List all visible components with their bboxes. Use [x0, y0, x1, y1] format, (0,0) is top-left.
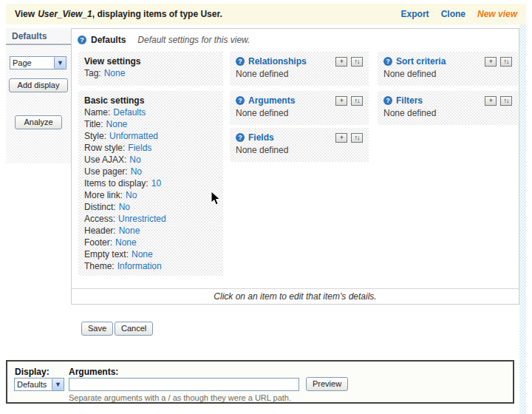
setting-row: Access:Unrestricted [84, 213, 217, 225]
help-icon[interactable]: ? [236, 96, 245, 105]
setting-label: Access: [84, 214, 115, 224]
preview-display-select[interactable]: Defaults ▼ [14, 378, 64, 391]
setting-row: Distinct:No [84, 201, 217, 213]
help-icon[interactable]: ? [236, 133, 245, 142]
fields-box: ? Fields + ↑↓ None defined [230, 128, 369, 162]
setting-value-link[interactable]: 10 [151, 178, 161, 189]
add-display-button[interactable]: Add display [9, 78, 68, 92]
setting-label: Title: [84, 119, 103, 129]
setting-row: Items to display:10 [84, 177, 217, 189]
relationships-title-link[interactable]: Relationships [248, 56, 307, 67]
sort-criteria-empty-text: None defined [383, 69, 512, 79]
setting-row: Tag:None [84, 67, 217, 79]
display-label: Display: [15, 367, 50, 377]
arguments-empty-text: None defined [236, 108, 363, 118]
display-type-select[interactable]: Page ▼ [10, 56, 66, 69]
preview-button[interactable]: Preview [306, 377, 348, 391]
help-icon[interactable]: ? [236, 57, 245, 66]
tab-defaults[interactable]: Defaults [6, 28, 71, 45]
display-type-select-value: Page [10, 58, 54, 67]
clone-link[interactable]: Clone [441, 9, 466, 19]
preview-panel: Display: Arguments: Defaults ▼ Preview S… [6, 360, 514, 404]
basic-settings-title: Basic settings [84, 95, 144, 106]
analyze-button[interactable]: Analyze [15, 115, 62, 129]
rearrange-arguments-button[interactable]: ↑↓ [351, 96, 363, 106]
filters-title-link[interactable]: Filters [396, 95, 423, 106]
section-title: Defaults [91, 35, 126, 45]
new-view-link[interactable]: New view [477, 9, 517, 19]
setting-row: Style:Unformatted [84, 130, 217, 142]
filters-empty-text: None defined [383, 108, 512, 118]
setting-label: Footer: [84, 237, 112, 248]
setting-value-link[interactable]: Unformatted [109, 131, 158, 141]
setting-label: Items to display: [84, 178, 149, 189]
setting-value-link[interactable]: None [104, 68, 126, 78]
setting-value-link[interactable]: None [132, 249, 153, 259]
setting-value-link[interactable]: Unrestricted [118, 214, 166, 224]
add-filter-button[interactable]: + [485, 96, 497, 106]
relationships-box: ? Relationships + ↑↓ None defined [230, 52, 369, 86]
setting-value-link[interactable]: No [119, 202, 130, 212]
title-suffix: , displaying items of type User. [92, 9, 222, 19]
preview-display-select-value: Defaults [15, 380, 52, 389]
arguments-title-link[interactable]: Arguments [248, 95, 295, 106]
section-subtitle: Default settings for this view. [137, 35, 250, 45]
setting-value-link[interactable]: No [126, 190, 137, 200]
setting-row: Row style:Fields [84, 142, 217, 154]
view-name: User_View_1 [38, 9, 92, 19]
setting-value-link[interactable]: None [106, 119, 128, 129]
save-button[interactable]: Save [81, 322, 113, 336]
arguments-input[interactable] [69, 378, 299, 391]
setting-value-link[interactable]: No [131, 166, 142, 177]
setting-label: Tag: [84, 68, 101, 78]
add-argument-button[interactable]: + [335, 96, 347, 106]
export-link[interactable]: Export [401, 9, 429, 19]
rearrange-sorts-button[interactable]: ↑↓ [500, 57, 512, 67]
relationships-empty-text: None defined [236, 69, 363, 79]
rearrange-fields-button[interactable]: ↑↓ [351, 133, 363, 143]
setting-value-link[interactable]: No [129, 155, 140, 165]
setting-value-link[interactable]: Defaults [113, 107, 146, 118]
setting-value-link[interactable]: Fields [128, 143, 151, 153]
chevron-down-icon: ▼ [54, 57, 66, 69]
setting-row: Header:None [84, 225, 217, 237]
sort-criteria-title-link[interactable]: Sort criteria [396, 56, 446, 67]
defaults-section-header: ? Defaults Default settings for this vie… [78, 35, 250, 45]
view-edit-panel: ? Defaults Default settings for this vie… [71, 28, 519, 305]
sidebar-body: Page ▼ Add display Analyze [6, 45, 71, 163]
help-icon[interactable]: ? [383, 57, 392, 66]
cancel-button[interactable]: Cancel [115, 322, 153, 336]
setting-row: Use pager:No [84, 166, 217, 177]
arguments-help-text: Separate arguments with a / as though th… [69, 393, 291, 402]
setting-value-link[interactable]: Information [117, 261, 162, 271]
setting-label: Name: [84, 107, 110, 118]
setting-label: More link: [84, 190, 123, 200]
basic-settings-box: Basic settings Name:Defaults Title:None … [78, 91, 223, 276]
add-sort-button[interactable]: + [485, 57, 497, 67]
setting-value-link[interactable]: None [115, 237, 137, 248]
setting-value-link[interactable]: None [119, 225, 140, 236]
setting-label: Row style: [84, 143, 125, 153]
add-field-button[interactable]: + [335, 133, 347, 143]
rearrange-filters-button[interactable]: ↑↓ [500, 96, 512, 106]
fields-title-link[interactable]: Fields [248, 132, 274, 143]
setting-label: Style: [84, 131, 106, 141]
setting-label: Theme: [84, 261, 115, 271]
edit-hint-text: Click on an item to edit that item's det… [72, 288, 519, 304]
setting-row: Footer:None [84, 237, 217, 248]
arguments-label: Arguments: [69, 367, 118, 377]
help-icon[interactable]: ? [383, 96, 392, 105]
title-prefix: View [15, 9, 35, 19]
header-links: Export Clone New view [401, 9, 517, 19]
setting-label: Distinct: [84, 202, 116, 212]
sort-criteria-box: ? Sort criteria + ↑↓ None defined [378, 52, 518, 86]
setting-label: Use pager: [84, 166, 128, 177]
help-icon[interactable]: ? [78, 35, 86, 44]
add-relationship-button[interactable]: + [335, 57, 347, 67]
rearrange-relationships-button[interactable]: ↑↓ [351, 57, 363, 67]
setting-label: Use AJAX: [84, 155, 126, 165]
view-settings-title: View settings [84, 56, 140, 67]
page-background-strip [519, 18, 526, 414]
setting-row: Theme:Information [84, 260, 217, 272]
chevron-down-icon: ▼ [52, 379, 64, 390]
